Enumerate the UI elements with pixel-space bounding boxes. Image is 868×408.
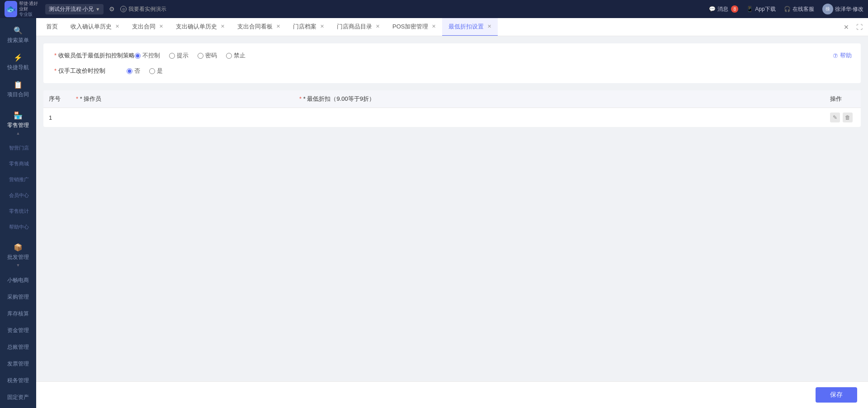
project-selector[interactable]: 测试分开流程·小兄 ▼ [45,4,104,14]
row-seq-value: 1 [49,114,52,121]
help-text: 帮助 [840,52,852,60]
save-button[interactable]: 保存 [816,387,857,403]
manual-radio-yes[interactable] [149,68,155,74]
policy-label: * 收银员低于最低折扣控制策略 [54,52,135,60]
policy-radio-password[interactable] [198,53,203,59]
tab-payment-confirm[interactable]: 支出确认单历史 ✕ [170,18,231,36]
chevron-down-icon: ▼ [95,7,100,12]
tab-home[interactable]: 首页 [40,18,64,36]
tab-fullscreen-button[interactable]: ⛶ [854,22,864,33]
sidebar-label-member: 会员中心 [9,192,29,199]
manual-radio-group: 否 是 [127,67,163,75]
form-row-manual: * 仅手工改价时控制 否 是 [54,67,850,75]
sidebar-label-retail: 零售管理 [7,122,29,129]
manual-yes-label: 是 [157,67,163,75]
policy-option-remind[interactable]: 提示 [169,52,189,60]
sidebar-item-smart-store[interactable]: 智营门店 [0,140,36,156]
sidebar-item-inventory[interactable]: 库存核算 [0,305,36,322]
col-header-actions: 操作 [825,90,861,108]
req-star-disc: * [299,95,303,102]
sidebar-label-fixed-assets: 固定资产 [7,394,29,401]
messages-button[interactable]: 💬 消息 8 [709,5,738,13]
sidebar-item-fund[interactable]: 资金管理 [0,322,36,339]
sidebar-item-project-contract[interactable]: 📋 项目合同 [0,76,36,103]
sidebar-label-search: 搜索菜单 [7,37,29,44]
sidebar-item-fixed-assets[interactable]: 固定资产 [0,389,36,406]
sidebar-label-marketing: 营销推广 [9,176,29,183]
tab-income-confirm[interactable]: 收入确认单历史 ✕ [64,18,126,36]
policy-radio-no-control[interactable] [135,53,141,59]
tab-payment-contract[interactable]: 支出合同 ✕ [126,18,170,36]
policy-forbid-label: 禁止 [234,52,245,60]
settings-icon[interactable]: ⚙ [109,5,115,13]
tab-payment-contract-close[interactable]: ✕ [159,23,163,29]
sidebar-item-ledger[interactable]: 总账管理 [0,339,36,356]
messages-badge: 8 [731,5,738,13]
sidebar-item-retail-mgmt[interactable]: 🏪 零售管理 ▲ [0,107,36,140]
tab-store-file-close[interactable]: ✕ [320,23,324,29]
sidebar-item-search[interactable]: 🔍 搜索菜单 [0,22,36,49]
sidebar-item-marketing[interactable]: 营销推广 [0,172,36,188]
tab-close-button[interactable]: ✕ [842,22,851,33]
policy-radio-remind[interactable] [169,53,175,59]
tab-payment-confirm-close[interactable]: ✕ [221,23,225,29]
download-icon: 📱 [746,6,753,12]
help-icon: ⑦ [833,52,838,59]
tab-store-file[interactable]: 门店档案 ✕ [287,18,330,36]
discount-table: 序号 * * 操作员 * * 最低折扣（9.00等于9折） 操作 [43,90,861,127]
search-icon: 🔍 [14,26,23,35]
sidebar-item-wholesale[interactable]: 📦 批发管理 ▼ [0,239,36,272]
avatar: 徐 [822,4,833,14]
sidebar-item-invoice[interactable]: 发票管理 [0,356,36,372]
row-delete-button[interactable]: 🗑 [843,113,853,122]
col-header-operator: * * 操作员 [71,90,294,108]
row-edit-button[interactable]: ✎ [830,113,840,122]
tab-income-close[interactable]: ✕ [115,23,119,29]
tab-min-discount-close[interactable]: ✕ [487,23,491,29]
app-download-button[interactable]: 📱 App下载 [746,5,775,13]
tab-pos-password-close[interactable]: ✕ [432,23,436,29]
tab-pos-password-label: POS加密管理 [392,23,428,31]
user-profile-button[interactable]: 徐 徐泽华·修改 [822,4,863,14]
sidebar-item-tax[interactable]: 税务管理 [0,372,36,389]
tab-store-products[interactable]: 门店商品目录 ✕ [330,18,386,36]
tab-min-discount[interactable]: 最低折扣设置 ✕ [442,18,498,36]
table-row: 1 ✎ 🗑 [43,108,861,127]
top-bar-right: 💬 消息 8 📱 App下载 🎧 在线客服 徐 徐泽华·修改 [709,4,863,14]
sidebar-item-member-center[interactable]: 会员中心 [0,188,36,203]
manual-radio-no[interactable] [127,68,132,74]
manual-label: * 仅手工改价时控制 [54,67,127,75]
policy-radio-forbid[interactable] [226,53,232,59]
policy-option-forbid[interactable]: 禁止 [226,52,245,60]
policy-radio-group: 不控制 提示 密码 禁止 [135,52,245,60]
tab-store-products-close[interactable]: ✕ [376,23,380,29]
wholesale-icon: 📦 [14,243,23,252]
tab-payment-board-close[interactable]: ✕ [276,23,280,29]
main-layout: 🔍 搜索菜单 ⚡ 快捷导航 📋 项目合同 🏪 零售管理 ▲ 智营门店 零售商城 … [0,18,868,408]
sidebar-label-purchase: 采购管理 [7,293,29,301]
sidebar-item-retail-stats[interactable]: 零售统计 [0,203,36,219]
tab-payment-board[interactable]: 支出合同看板 ✕ [231,18,287,36]
sidebar-item-salary[interactable]: 工资 [0,406,36,408]
manual-option-yes[interactable]: 是 [149,67,163,75]
online-support-button[interactable]: 🎧 在线客服 [784,5,814,13]
sidebar-item-retail-mall[interactable]: 零售商城 [0,156,36,172]
sidebar-item-purchase[interactable]: 采购管理 [0,289,36,305]
tab-store-products-label: 门店商品目录 [337,23,372,31]
required-star-2: * [54,67,58,74]
help-link[interactable]: ⑦ 帮助 [833,52,852,60]
sidebar-label-ecommerce: 小畅电商 [7,277,29,284]
manual-option-no[interactable]: 否 [127,67,140,75]
sidebar-label-help: 帮助中心 [9,224,29,230]
sidebar-item-ecommerce[interactable]: 小畅电商 [0,272,36,289]
policy-option-password[interactable]: 密码 [198,52,217,60]
logo-area: 🐟 帮捷·通好业财 专业版 [5,1,41,17]
sidebar-item-quick-nav[interactable]: ⚡ 快捷导航 [0,49,36,76]
demo-link[interactable]: ◎ 我要看实例演示 [120,5,166,13]
policy-no-control-label: 不控制 [142,52,160,60]
tab-pos-password[interactable]: POS加密管理 ✕ [386,18,442,36]
chevron-up-icon: ▲ [16,131,20,136]
policy-option-no-control[interactable]: 不控制 [135,52,160,60]
sidebar-item-help-center[interactable]: 帮助中心 [0,219,36,235]
sidebar-label-project: 项目合同 [7,91,29,98]
